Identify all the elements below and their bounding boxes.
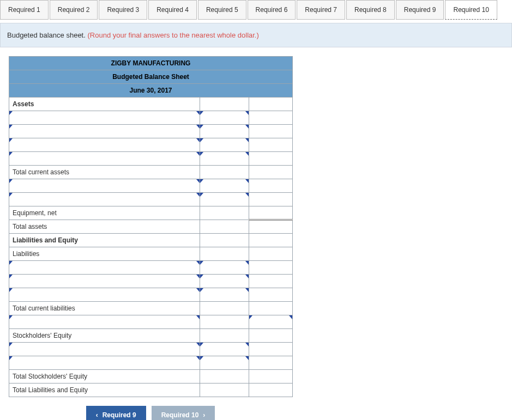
nav-buttons: ‹ Required 9 Required 10 › xyxy=(9,406,292,420)
cell[interactable] xyxy=(200,166,249,179)
cell[interactable] xyxy=(249,261,293,275)
row-total-current-assets: Total current assets xyxy=(9,166,200,179)
cell[interactable] xyxy=(249,125,293,138)
next-button[interactable]: Required 10 › xyxy=(152,406,215,420)
liability-line-select[interactable] xyxy=(9,275,200,288)
tab-required-6[interactable]: Required 6 xyxy=(248,0,296,20)
asset-line-select[interactable] xyxy=(9,152,200,166)
cell[interactable] xyxy=(249,247,293,261)
sheet-header-date: June 30, 2017 xyxy=(9,84,293,98)
liability-line-select[interactable] xyxy=(9,288,200,302)
cell[interactable] xyxy=(200,315,249,329)
cell[interactable] xyxy=(200,206,249,220)
liability-line-select[interactable] xyxy=(9,261,200,275)
cell[interactable] xyxy=(200,98,249,111)
asset-amount-input[interactable] xyxy=(200,125,249,138)
prev-button[interactable]: ‹ Required 9 xyxy=(86,406,146,420)
cell[interactable] xyxy=(249,152,293,166)
chevron-left-icon: ‹ xyxy=(96,411,98,419)
cell[interactable] xyxy=(249,288,293,302)
total-assets-amount[interactable] xyxy=(249,220,293,234)
liability-amount-input[interactable] xyxy=(200,275,249,288)
cell[interactable] xyxy=(249,329,293,343)
cell[interactable] xyxy=(200,220,249,234)
liability-amount-input[interactable] xyxy=(200,261,249,275)
cell[interactable] xyxy=(200,329,249,343)
tab-required-3[interactable]: Required 3 xyxy=(99,0,147,20)
prev-button-label: Required 9 xyxy=(103,411,136,419)
asset-line-select[interactable] xyxy=(9,125,200,138)
tab-required-7[interactable]: Required 7 xyxy=(297,0,345,20)
instruction-bar: Budgeted balance sheet. (Round your fina… xyxy=(0,23,512,47)
ltasset-amount-input[interactable] xyxy=(200,193,249,206)
cell[interactable] xyxy=(249,343,293,356)
equity-amount-input[interactable] xyxy=(200,356,249,370)
row-liabilities: Liabilities xyxy=(9,247,200,261)
row-stockholders-equity: Stockholders' Equity xyxy=(9,329,200,343)
asset-line-select[interactable] xyxy=(9,111,200,125)
sheet-header-company: ZIGBY MANUFACTURING xyxy=(9,57,293,70)
row-total-assets: Total assets xyxy=(9,220,200,234)
liability-amount-input[interactable] xyxy=(200,288,249,302)
cell[interactable] xyxy=(249,302,293,315)
cell[interactable] xyxy=(200,247,249,261)
ltasset-line-select[interactable] xyxy=(9,179,200,193)
cell[interactable] xyxy=(249,275,293,288)
cell[interactable] xyxy=(249,206,293,220)
cell[interactable] xyxy=(249,179,293,193)
tab-required-10[interactable]: Required 10 xyxy=(445,0,497,20)
equity-line-select[interactable] xyxy=(9,356,200,370)
cell[interactable] xyxy=(249,356,293,370)
tab-required-1[interactable]: Required 1 xyxy=(0,0,49,20)
cell[interactable] xyxy=(249,166,293,179)
cell[interactable] xyxy=(200,234,249,247)
balance-sheet: ZIGBY MANUFACTURING Budgeted Balance She… xyxy=(9,56,293,397)
row-total-current-liabilities: Total current liabilities xyxy=(9,302,200,315)
tab-required-4[interactable]: Required 4 xyxy=(148,0,197,20)
instruction-text: Budgeted balance sheet. xyxy=(7,31,86,39)
equity-line-select[interactable] xyxy=(9,343,200,356)
asset-line-select[interactable] xyxy=(9,138,200,152)
cell[interactable] xyxy=(200,370,249,384)
cell[interactable] xyxy=(249,370,293,384)
row-total-stockholders-equity: Total Stockholders' Equity xyxy=(9,370,200,384)
tab-required-5[interactable]: Required 5 xyxy=(198,0,246,20)
sheet-header-title: Budgeted Balance Sheet xyxy=(9,70,293,84)
row-liabilities-equity: Liabilities and Equity xyxy=(9,234,200,247)
tab-required-9[interactable]: Required 9 xyxy=(396,0,444,20)
cell[interactable] xyxy=(249,98,293,111)
row-equipment-net: Equipment, net xyxy=(9,206,200,220)
row-total-liabilities-equity: Total Liabilities and Equity xyxy=(9,384,200,397)
tab-required-2[interactable]: Required 2 xyxy=(50,0,98,20)
cell[interactable] xyxy=(249,234,293,247)
asset-amount-input[interactable] xyxy=(200,152,249,166)
tab-required-8[interactable]: Required 8 xyxy=(346,0,395,20)
ltliability-line-select[interactable] xyxy=(9,315,200,329)
ltasset-amount-input[interactable] xyxy=(200,179,249,193)
tab-bar: Required 1 Required 2 Required 3 Require… xyxy=(0,0,512,20)
chevron-right-icon: › xyxy=(203,411,205,419)
ltasset-line-select[interactable] xyxy=(9,193,200,206)
asset-amount-input[interactable] xyxy=(200,111,249,125)
cell[interactable] xyxy=(249,193,293,206)
cell[interactable] xyxy=(200,302,249,315)
asset-amount-input[interactable] xyxy=(200,138,249,152)
next-button-label: Required 10 xyxy=(161,411,199,419)
instruction-hint: (Round your final answers to the nearest… xyxy=(87,31,258,39)
cell[interactable] xyxy=(249,138,293,152)
equity-amount-input[interactable] xyxy=(200,343,249,356)
cell[interactable] xyxy=(249,384,293,397)
cell[interactable] xyxy=(249,111,293,125)
row-assets: Assets xyxy=(9,98,200,111)
cell[interactable] xyxy=(200,384,249,397)
balance-sheet-wrap: ZIGBY MANUFACTURING Budgeted Balance She… xyxy=(9,56,503,397)
ltliability-amount-input[interactable] xyxy=(249,315,293,329)
